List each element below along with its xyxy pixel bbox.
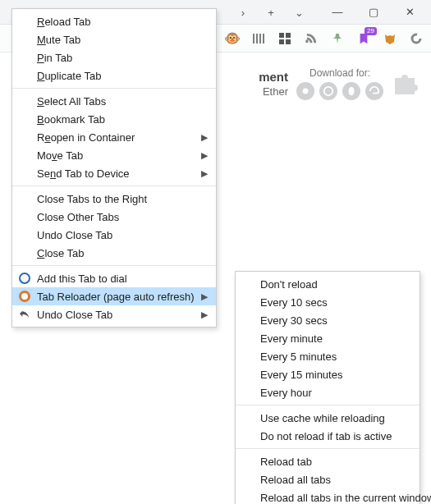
spinner-icon[interactable] [408,30,424,47]
menu-separator [236,405,420,405]
menu-item-label: Pin Tab [37,52,208,64]
menu-item-icon [241,385,255,400]
submenu-arrow-icon: ▶ [201,291,208,302]
menu-separator [12,265,216,266]
ctx-undo-close-tab[interactable]: Undo Close Tab▶ [12,305,216,323]
menu-item-icon [17,227,32,242]
menu-item-label: Mute Tab [37,34,208,46]
fox-icon[interactable] [382,30,398,47]
ctx-mute-tab[interactable]: Mute Tab [12,30,216,48]
ctx-undo-close-tab[interactable]: Undo Close Tab [12,226,216,244]
menu-item-icon [241,472,255,487]
menu-separator [12,88,216,89]
sub-every-5-minutes[interactable]: Every 5 minutes [236,347,420,365]
page-subheading-fragment: Ether [259,85,288,98]
download-firefox-icon[interactable] [319,82,337,100]
svg-rect-4 [279,33,284,38]
menu-item-label: Bookmark Tab [37,113,208,126]
sub-every-hour[interactable]: Every hour [236,383,420,401]
ctx-send-tab-to-device[interactable]: Send Tab to Device▶ [12,164,216,182]
menu-item-label: Use cache while reloading [260,412,411,424]
menu-item-icon [241,410,255,425]
menu-item-label: Send Tab to Device [37,167,196,180]
ctx-duplicate-tab[interactable]: Duplicate Tab [12,66,216,85]
menu-item-label: Every minute [260,332,411,345]
ctx-move-tab[interactable]: Move Tab▶ [12,146,216,164]
menu-item-icon [241,454,255,469]
menu-item-icon [241,428,255,443]
tabs-dropdown-icon[interactable]: ⌄ [286,1,312,24]
page-title: ment Ether [259,70,288,98]
sub-every-10-secs[interactable]: Every 10 secs [236,293,420,311]
menu-item-label: Move Tab [37,149,196,162]
sub-reload-all-tabs-in-the-current-window[interactable]: Reload all tabs in the current window [236,488,420,504]
menu-item-label: Every 5 minutes [260,351,411,363]
sub-reload-all-tabs[interactable]: Reload all tabs [236,470,420,488]
bookmark-count-badge: 29 [365,27,377,35]
download-opera-icon[interactable] [342,82,360,100]
svg-point-8 [412,34,420,43]
tab-reloader-submenu: Don't reloadEvery 10 secsEvery 30 secsEv… [235,271,420,504]
download-chrome-icon[interactable] [296,82,314,100]
pin-icon[interactable] [329,30,346,47]
tampermonkey-icon[interactable]: 🐵 [224,30,241,47]
menu-item-label: Do not reload if tab is active [260,430,411,442]
grid-icon[interactable] [277,30,293,47]
sub-reload-tab[interactable]: Reload tab [236,452,420,470]
svg-point-9 [303,89,309,94]
submenu-arrow-icon: ▶ [201,150,208,161]
submenu-arrow-icon: ▶ [201,132,208,143]
menu-item-icon [17,271,32,286]
new-tab-button[interactable]: + [258,1,284,24]
menu-item-icon [17,32,32,47]
nav-forward-icon[interactable]: › [230,1,256,24]
menu-separator [12,186,216,186]
menu-item-icon [17,148,32,163]
download-label: Download for: [296,67,383,79]
sub-every-30-secs[interactable]: Every 30 secs [236,311,420,329]
menu-item-label: Tab Reloader (page auto refresh) [37,291,196,303]
menu-item-label: Close Tab [37,247,208,259]
menu-item-label: Select All Tabs [37,95,208,108]
menu-separator [236,448,420,449]
sliders-icon[interactable] [250,30,267,47]
sub-use-cache-while-reloading[interactable]: Use cache while reloading [236,409,420,427]
sub-every-minute[interactable]: Every minute [236,329,420,347]
submenu-arrow-icon: ▶ [201,168,208,179]
sub-don-t-reload[interactable]: Don't reload [236,275,420,293]
menu-item-icon [17,50,32,65]
ctx-select-all-tabs[interactable]: Select All Tabs [12,92,216,110]
window-maximize-button[interactable]: ▢ [355,1,392,24]
ctx-tab-reloader-page-auto-refresh[interactable]: Tab Reloader (page auto refresh)▶ [12,287,216,305]
submenu-arrow-icon: ▶ [201,309,208,320]
ctx-add-this-tab-to-dial[interactable]: Add this Tab to dial [12,269,216,287]
rss-icon[interactable] [303,30,319,47]
bookmark-badge-icon[interactable]: 29 [355,30,372,47]
menu-item-label: Reload all tabs in the current window [260,492,431,504]
menu-item-label: Every 30 secs [260,314,411,327]
sub-do-not-reload-if-tab-is-active[interactable]: Do not reload if tab is active [236,427,420,445]
svg-rect-5 [286,33,291,38]
svg-rect-7 [286,39,291,44]
menu-item-icon [17,68,32,83]
menu-item-label: Close Tabs to the Right [37,193,208,205]
menu-item-icon [17,289,32,304]
ctx-bookmark-tab[interactable]: Bookmark Tab [12,110,216,128]
window-minimize-button[interactable]: — [319,1,355,24]
ctx-reopen-in-container[interactable]: Reopen in Container▶ [12,128,216,146]
download-edge-icon[interactable] [365,82,383,100]
ctx-close-tab[interactable]: Close Tab [12,244,216,262]
menu-item-label: Reopen in Container [37,131,196,144]
ctx-pin-tab[interactable]: Pin Tab [12,48,216,66]
sub-every-15-minutes[interactable]: Every 15 minutes [236,365,420,383]
menu-item-label: Every 15 minutes [260,369,411,381]
download-block: Download for: [296,67,383,100]
window-close-button[interactable]: ✕ [392,1,428,24]
ctx-close-other-tabs[interactable]: Close Other Tabs [12,208,216,226]
menu-item-label: Duplicate Tab [37,70,208,82]
menu-item-icon [17,209,32,224]
tab-context-menu: Reload TabMute TabPin TabDuplicate TabSe… [11,8,217,328]
ctx-reload-tab[interactable]: Reload Tab [12,12,216,30]
ctx-close-tabs-to-the-right[interactable]: Close Tabs to the Right [12,190,216,208]
menu-item-icon [17,191,32,206]
